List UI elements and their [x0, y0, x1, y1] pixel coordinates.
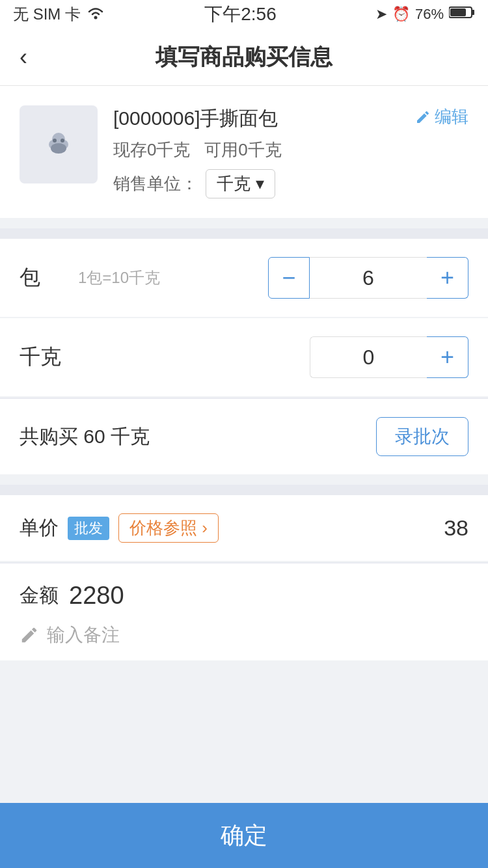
pencil-icon [20, 625, 39, 645]
kilogram-quantity-input[interactable] [310, 336, 427, 378]
kilogram-plus-button[interactable]: + [427, 336, 468, 378]
price-value: 38 [444, 515, 468, 541]
remark-placeholder: 输入备注 [47, 623, 120, 647]
package-plus-button[interactable]: + [427, 257, 468, 299]
remark-row[interactable]: 输入备注 [20, 623, 468, 647]
confirm-bar[interactable]: 确定 [0, 803, 488, 868]
unit-selector[interactable]: 千克 ▾ [206, 169, 275, 198]
dropdown-icon: ▾ [256, 174, 264, 194]
svg-point-9 [61, 139, 64, 142]
total-label: 共购买 60 千克 [20, 424, 150, 450]
kilogram-label: 千克 [20, 343, 72, 372]
status-time: 下午2:56 [204, 2, 277, 27]
package-minus-button[interactable]: − [268, 257, 310, 299]
separator-3 [0, 485, 488, 495]
product-image [20, 105, 98, 183]
amount-row: 金额 2280 [20, 582, 468, 610]
edit-button[interactable]: 编辑 [415, 105, 468, 128]
svg-point-7 [51, 143, 66, 154]
svg-point-0 [94, 16, 98, 20]
package-label: 包 [20, 264, 72, 292]
total-section: 共购买 60 千克 录批次 [0, 399, 488, 474]
product-stock: 现存0千克 可用0千克 [113, 139, 468, 161]
package-hint: 1包=10千克 [78, 267, 268, 288]
kilogram-row: 千克 + [20, 318, 468, 396]
price-section: 单价 批发 价格参照 › 38 [0, 495, 488, 561]
package-section: 包 1包=10千克 − + [0, 239, 488, 317]
battery-label: 76% [415, 6, 444, 23]
nav-bar: ‹ 填写商品购买信息 [0, 29, 488, 86]
page-title: 填写商品购买信息 [156, 42, 332, 72]
amount-label: 金额 [20, 582, 59, 609]
svg-point-8 [53, 139, 57, 142]
status-left: 无 SIM 卡 [13, 4, 105, 25]
price-label: 单价 [20, 515, 59, 541]
batch-button[interactable]: 录批次 [376, 417, 468, 456]
wifi-signal-icon [86, 5, 105, 23]
quantity-control-package: − + [268, 257, 468, 299]
status-bar: 无 SIM 卡 下午2:56 ➤ ⏰ 76% [0, 0, 488, 29]
back-button[interactable]: ‹ [20, 44, 27, 71]
alarm-icon: ⏰ [392, 6, 410, 23]
product-card: [0000006]手撕面包 现存0千克 可用0千克 销售单位： 千克 ▾ 编辑 [0, 86, 488, 218]
separator-1 [0, 228, 488, 239]
battery-icon [449, 6, 475, 23]
amount-value: 2280 [69, 582, 124, 610]
confirm-button[interactable]: 确定 [221, 820, 267, 852]
package-row: 包 1包=10千克 − + [20, 239, 468, 317]
amount-section: 金额 2280 输入备注 [0, 563, 488, 660]
status-right: ➤ ⏰ 76% [375, 6, 475, 23]
product-unit: 销售单位： 千克 ▾ [113, 169, 468, 198]
quantity-control-kg: + [310, 336, 468, 378]
package-quantity-input[interactable] [310, 257, 427, 299]
svg-rect-2 [472, 10, 474, 15]
location-icon: ➤ [375, 6, 387, 23]
price-tag-pifa: 批发 [68, 517, 109, 540]
kilogram-section: 千克 + [0, 318, 488, 396]
price-left: 单价 批发 价格参照 › [20, 513, 219, 543]
svg-rect-3 [450, 8, 466, 16]
sim-label: 无 SIM 卡 [13, 4, 81, 25]
price-reference-button[interactable]: 价格参照 › [118, 513, 219, 543]
